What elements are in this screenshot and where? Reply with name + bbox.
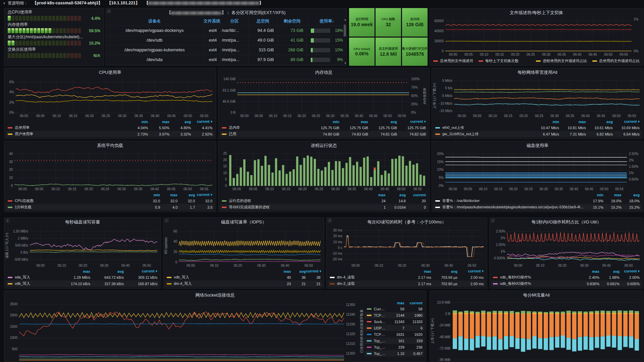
legend-col-avg[interactable]: avg bbox=[169, 120, 191, 124]
info-icon[interactable]: i bbox=[328, 218, 332, 223]
legend-col-avg[interactable]: avg bbox=[368, 120, 397, 124]
legend-col-current[interactable]: current bbox=[406, 193, 426, 197]
series-label[interactable]: 运行态的进程 bbox=[229, 198, 365, 203]
legend-col-max[interactable]: max bbox=[579, 269, 599, 273]
series-label[interactable]: 总内存 bbox=[229, 125, 310, 130]
panel-title[interactable]: 【】： 各分区可用空间(EXT.*/XFS) bbox=[106, 8, 347, 17]
panel-title[interactable]: 磁盘读写速率（IOPS） bbox=[163, 218, 324, 226]
legend-col-current[interactable]: current ▾ bbox=[457, 269, 484, 273]
legend-col-max[interactable]: max bbox=[339, 120, 368, 124]
series-label[interactable]: vdb_写入 bbox=[15, 281, 57, 286]
series-label[interactable]: dm-3_读取 bbox=[337, 281, 405, 286]
legend-col-max[interactable]: max bbox=[603, 193, 622, 197]
legend-col-avg[interactable]: avg bbox=[178, 193, 195, 197]
legend-col-current[interactable]: current ▾ bbox=[613, 119, 640, 124]
legend-col-avg[interactable]: avg bbox=[90, 269, 124, 273]
info-icon[interactable]: i bbox=[5, 218, 10, 223]
panel-title[interactable]: 每秒磁盘读写容量 bbox=[4, 218, 161, 226]
legend-col-max[interactable]: max bbox=[160, 193, 178, 197]
series-label[interactable]: Sockets_used (right-y) bbox=[374, 320, 386, 324]
series-label[interactable]: Tcp_InSegs bbox=[374, 339, 386, 343]
legend-col-avg[interactable]: avg bbox=[622, 193, 640, 197]
series-label[interactable]: 用户使用率 bbox=[15, 132, 127, 137]
legend-col-avg[interactable]: avg bbox=[599, 269, 620, 273]
legend-item[interactable]: 总使用的文件描述符占比 bbox=[592, 58, 640, 63]
column-header-1[interactable]: 文件系统 bbox=[204, 17, 220, 25]
series-label[interactable]: gw_11cbf51a_out上传 bbox=[442, 132, 532, 137]
panel-title[interactable]: 每分钟流量All bbox=[430, 291, 643, 299]
series-label[interactable]: sdb_每秒I/O操作% bbox=[500, 281, 579, 286]
legend-col-min[interactable]: min bbox=[143, 193, 160, 197]
column-header-0[interactable]: 设备名 bbox=[106, 17, 204, 25]
stat-tile[interactable]: CPU 核数32 bbox=[376, 8, 401, 37]
legend-col-avg[interactable]: avg bbox=[291, 269, 306, 273]
legend-col-max[interactable]: max bbox=[365, 193, 386, 197]
panel-title[interactable]: CPU使用率 bbox=[4, 68, 216, 76]
info-icon[interactable]: i bbox=[107, 9, 111, 13]
legend-col-max[interactable]: max bbox=[386, 301, 404, 305]
legend-col-max[interactable]: max bbox=[148, 120, 169, 124]
legend-col-current[interactable]: current ▾ bbox=[620, 269, 640, 273]
series-label[interactable]: CPU总核数 bbox=[15, 198, 143, 203]
legend-col-avg[interactable]: avg bbox=[386, 193, 406, 197]
legend-col-min[interactable]: min bbox=[585, 193, 603, 197]
series-label[interactable]: 容量%：/var/lib/docker bbox=[442, 198, 585, 203]
legend-col-current[interactable]: current ▾ bbox=[124, 269, 157, 273]
legend-col-max[interactable]: max bbox=[276, 269, 291, 273]
legend-col-current[interactable]: current ▾ bbox=[191, 119, 212, 124]
panel-title[interactable]: 每次IO读写的耗时（参考：小于100ms） bbox=[327, 218, 487, 226]
legend-col-max[interactable]: max bbox=[57, 269, 90, 273]
panel-title[interactable]: 每1秒内I/O操作耗时占比（I/O Util） bbox=[490, 218, 643, 226]
panel-title[interactable]: 文件描述符/每秒上下文切换 bbox=[430, 8, 643, 17]
stat-tile[interactable]: 总内存126 GiB bbox=[402, 8, 428, 37]
legend-col-current[interactable]: current ▾ bbox=[397, 119, 426, 124]
legend-col-current[interactable]: current ▾ bbox=[306, 269, 320, 273]
stat-tile[interactable]: 运行时间19.0 week bbox=[349, 8, 375, 37]
series-label[interactable]: eth0_out上传 bbox=[442, 125, 532, 130]
dashboard-row-header[interactable]: ▾ 资源明细： 【prod-k8s-cassmall-53674-abhj3】 … bbox=[0, 0, 644, 6]
series-label[interactable]: Tcp_RetransSegs bbox=[374, 352, 386, 356]
scroll-down-icon[interactable]: ▾ bbox=[344, 61, 346, 65]
panel-title[interactable]: 进程运行状态 bbox=[218, 141, 429, 150]
column-header-4[interactable]: 剩余空间 bbox=[278, 17, 307, 25]
legend-item[interactable]: 总使用的文件描述符 bbox=[433, 58, 473, 63]
legend-col-max[interactable]: max bbox=[405, 269, 431, 273]
scrollbar-thumb[interactable] bbox=[344, 24, 346, 37]
panel-title[interactable]: 网络Socket连接信息 bbox=[4, 291, 426, 299]
series-label[interactable]: dm-4_写入 bbox=[174, 281, 276, 286]
legend-item[interactable]: 每秒上下文切换次数 bbox=[479, 58, 518, 63]
stat-tile[interactable]: 总文件描述符12.6 Mil bbox=[376, 38, 401, 66]
series-label[interactable]: TCP_tw bbox=[374, 313, 386, 317]
series-label[interactable]: Tcp_OutSegs bbox=[374, 345, 386, 349]
legend-item[interactable]: 进程使用的文件描述符占比 bbox=[536, 58, 587, 63]
series-label[interactable]: 等待IO完成或阻塞的进程 bbox=[229, 205, 365, 210]
panel-title[interactable]: 每秒网络带宽使用All bbox=[432, 68, 643, 76]
info-icon[interactable]: i bbox=[491, 218, 495, 223]
series-label[interactable]: dm-4_读取 bbox=[337, 275, 405, 280]
series-label[interactable]: vdb_写入 bbox=[174, 275, 276, 280]
legend-col-min[interactable]: min bbox=[127, 120, 148, 124]
column-header-3[interactable]: 总空间 bbox=[249, 17, 278, 25]
series-label[interactable]: UDP_inuse bbox=[374, 326, 386, 330]
panel-title[interactable]: 系统平均负载 bbox=[4, 141, 216, 150]
scroll-up-icon[interactable]: ▴ bbox=[344, 18, 346, 21]
panel-title[interactable]: 内存信息 bbox=[218, 68, 429, 76]
panel-title[interactable]: 磁盘使用率 bbox=[432, 141, 643, 150]
series-label[interactable]: 总使用率 bbox=[15, 125, 127, 130]
chevron-down-icon[interactable]: ▾ bbox=[3, 1, 5, 5]
series-label[interactable]: CurrEstab bbox=[374, 307, 386, 311]
legend-col-max[interactable]: max bbox=[559, 120, 586, 124]
info-icon[interactable]: i bbox=[164, 218, 169, 223]
legend-col-avg[interactable]: avg bbox=[586, 120, 613, 124]
legend-col-min[interactable]: min bbox=[532, 120, 559, 124]
series-label[interactable]: 已用 bbox=[229, 132, 310, 137]
stat-tile[interactable]: CPU Iowait0.06% bbox=[349, 38, 375, 66]
series-label[interactable]: vdb_每秒I/O操作% bbox=[500, 275, 579, 280]
series-label[interactable]: 容量%：/mnt/paas/kubernetes/kubelet/plugins… bbox=[442, 205, 585, 210]
legend-col-current[interactable]: current ▾ bbox=[195, 193, 212, 197]
stat-tile[interactable]: 最大进程打开文件1048576 bbox=[402, 38, 428, 66]
series-label[interactable]: 1分钟负载 bbox=[15, 205, 143, 210]
legend-col-avg[interactable]: avg bbox=[431, 269, 457, 273]
column-header-2[interactable]: 分区 bbox=[220, 17, 249, 25]
column-header-5[interactable]: 使用率 ↓ bbox=[307, 17, 347, 25]
